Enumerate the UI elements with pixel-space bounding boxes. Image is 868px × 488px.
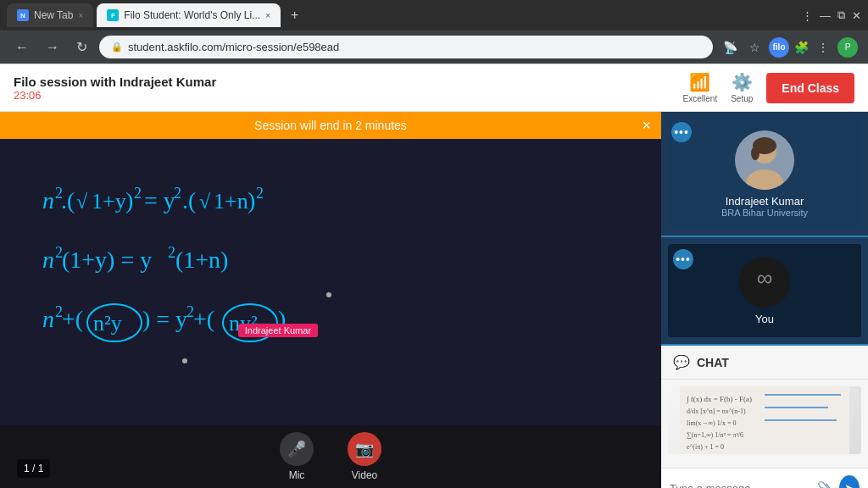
svg-text:√: √: [76, 191, 88, 213]
mic-button[interactable]: 🎤 Mic: [280, 432, 314, 481]
back-button[interactable]: ←: [10, 38, 34, 57]
address-bar-row: ← → ↻ 🔒 student.askfilo.com/micro-sessio…: [0, 30, 868, 64]
svg-text:n²y: n²y: [93, 311, 122, 336]
chat-send-button[interactable]: ➤: [839, 475, 860, 488]
svg-point-31: [182, 358, 187, 363]
setup-action[interactable]: ⚙️ Setup: [731, 72, 753, 103]
chat-image-svg: ∫ f(x) dx = F(b) - F(a) d/dx [x^n] = nx^…: [668, 386, 861, 454]
chat-header: 💬 CHAT: [661, 346, 868, 380]
svg-text:): ): [248, 187, 255, 214]
you-avatar-svg: ∞: [739, 257, 790, 308]
browser-actions: 📡 ☆ filo 🧩 ⋮ P: [720, 37, 858, 58]
new-tab-button[interactable]: +: [284, 8, 305, 23]
three-dots-icon: •••: [674, 125, 689, 139]
svg-text:∑(n=1,∞) 1/n² = π²/6: ∑(n=1,∞) 1/n² = π²/6: [687, 431, 743, 439]
participant-indrajeet: ••• Indrajeet Kumar BRA Bihar Uni: [661, 112, 868, 237]
you-video: ••• ∞ You: [668, 244, 861, 337]
banner-close-button[interactable]: ×: [642, 117, 651, 135]
app-header: Filo session with Indrajeet Kumar 23:06 …: [0, 64, 868, 112]
right-panel: ••• Indrajeet Kumar BRA Bihar Uni: [661, 112, 868, 488]
svg-text:n: n: [42, 187, 54, 214]
slide-counter: 1 / 1: [17, 459, 50, 478]
svg-text:+(: +(: [193, 306, 214, 332]
tab-favicon-newtab: N: [17, 9, 29, 21]
svg-text:(1+y) = y: (1+y) = y: [62, 247, 152, 273]
window-close-btn[interactable]: ✕: [852, 9, 861, 22]
svg-text:.(: .(: [61, 187, 75, 214]
chat-attach-button[interactable]: 📎: [817, 480, 834, 489]
mic-icon-container: 🎤: [280, 432, 314, 466]
chat-bubble-icon: 💬: [673, 354, 690, 370]
svg-text:= y: = y: [144, 187, 175, 214]
svg-text:√: √: [199, 191, 211, 213]
svg-text:n: n: [42, 247, 54, 273]
browser-menu-btn[interactable]: ⋮: [802, 9, 813, 22]
you-section: ••• ∞ You: [661, 237, 868, 346]
header-right: 📶 Excellent ⚙️ Setup End Class: [683, 72, 854, 103]
svg-text:e^(iπ) + 1 = 0: e^(iπ) + 1 = 0: [687, 443, 724, 451]
mic-icon: 🎤: [287, 440, 306, 458]
mic-label: Mic: [289, 469, 305, 481]
you-avatar: ∞: [739, 257, 790, 308]
notification-banner: Session will end in 2 minutes ×: [0, 112, 661, 139]
session-timer: 23:06: [14, 89, 216, 102]
video-button[interactable]: 📷 Video: [348, 432, 381, 481]
video-label: Video: [352, 469, 377, 481]
svg-point-32: [326, 292, 331, 297]
svg-text:2: 2: [134, 185, 142, 202]
chat-input[interactable]: [670, 482, 812, 489]
address-text: student.askfilo.com/micro-session/e598ea…: [128, 41, 339, 53]
avatar-svg: [735, 130, 794, 190]
browser-menu-dots[interactable]: ⋮: [814, 37, 832, 58]
cast-button[interactable]: 📡: [720, 37, 741, 58]
forward-button[interactable]: →: [41, 38, 64, 57]
window-minimize-btn[interactable]: —: [820, 9, 831, 22]
profile-button[interactable]: P: [837, 37, 858, 58]
chat-image: ∫ f(x) dx = F(b) - F(a) d/dx [x^n] = nx^…: [668, 386, 861, 454]
participant-video-indrajeet: ••• Indrajeet Kumar BRA Bihar Uni: [668, 119, 861, 229]
chat-image-inner: ∫ f(x) dx = F(b) - F(a) d/dx [x^n] = nx^…: [668, 386, 861, 454]
refresh-button[interactable]: ↻: [71, 37, 92, 57]
video-icon: 📷: [355, 440, 374, 458]
cursor-label: Indrajeet Kumar: [238, 324, 318, 337]
you-options-button[interactable]: •••: [673, 249, 693, 269]
svg-text:d/dx [x^n] = nx^(n-1): d/dx [x^n] = nx^(n-1): [687, 408, 746, 415]
tab-close-filo[interactable]: ×: [265, 11, 270, 20]
tab-filo[interactable]: F Filo Student: World's Only Li... ×: [97, 3, 281, 27]
notification-message: Session will end in 2 minutes: [254, 119, 407, 132]
svg-text:+(: +(: [62, 306, 83, 332]
svg-text:1+n: 1+n: [214, 189, 248, 214]
session-info: Filo session with Indrajeet Kumar 23:06: [14, 75, 216, 102]
svg-text:(1+n): (1+n): [175, 247, 228, 273]
svg-text:2: 2: [174, 185, 181, 202]
excellent-label: Excellent: [683, 94, 718, 103]
you-label: You: [755, 313, 774, 325]
participant-options-indrajeet[interactable]: •••: [671, 122, 692, 142]
svg-text:n: n: [42, 306, 54, 332]
svg-text:1+y: 1+y: [92, 189, 126, 214]
chat-input-row: 📎 ➤: [661, 468, 868, 488]
svg-text:.(: .(: [182, 187, 196, 214]
svg-text:) = y: ) = y: [142, 306, 187, 332]
svg-text:): ): [125, 187, 133, 214]
chat-title: CHAT: [697, 356, 729, 369]
address-box[interactable]: 🔒 student.askfilo.com/micro-session/e598…: [99, 36, 713, 58]
chat-message-image: ∫ f(x) dx = F(b) - F(a) d/dx [x^n] = nx^…: [668, 386, 861, 454]
whiteboard: Session will end in 2 minutes × n 2 .( √…: [0, 112, 661, 488]
svg-point-37: [751, 147, 760, 160]
tab-close-newtab[interactable]: ×: [78, 11, 83, 20]
extensions-button[interactable]: 🧩: [794, 41, 809, 54]
bookmark-button[interactable]: ☆: [746, 37, 764, 58]
window-restore-btn[interactable]: ⧉: [837, 8, 845, 22]
attach-icon: 📎: [817, 481, 834, 489]
main-content: Session will end in 2 minutes × n 2 .( √…: [0, 112, 868, 488]
filo-extension-button[interactable]: filo: [769, 37, 789, 58]
tab-newtab[interactable]: N New Tab ×: [7, 3, 93, 27]
tab-label-newtab: New Tab: [34, 9, 73, 21]
svg-text:∫ f(x) dx = F(b) - F(a): ∫ f(x) dx = F(b) - F(a): [686, 395, 752, 404]
end-class-button[interactable]: End Class: [766, 73, 854, 103]
excellent-action[interactable]: 📶 Excellent: [683, 72, 718, 103]
tab-bar: N New Tab × F Filo Student: World's Only…: [0, 0, 868, 30]
send-icon: ➤: [844, 481, 854, 488]
chat-section: 💬 CHAT ∫ f(x) dx = F(b) - F(a) d/dx [x^n…: [661, 346, 868, 488]
